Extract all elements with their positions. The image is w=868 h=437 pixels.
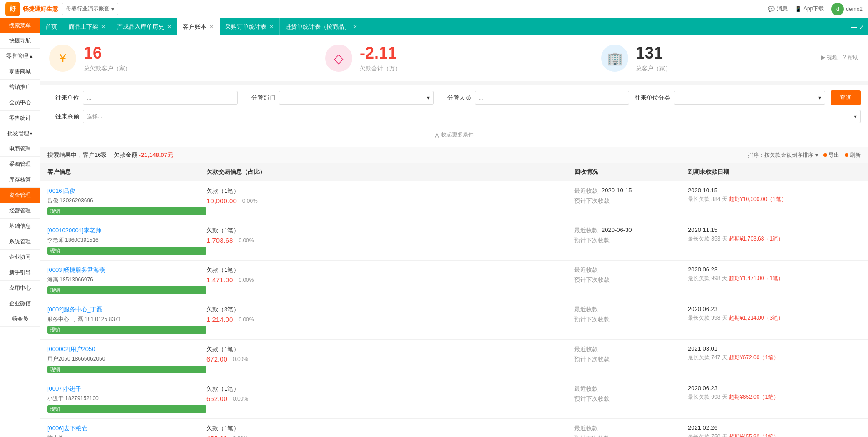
tab-close-icon[interactable]: ✕ [269,24,274,30]
tab-close-icon[interactable]: ✕ [353,24,357,30]
stat-debt-customers-label: 总欠款客户（家） [84,65,131,73]
tab-minimize-icon[interactable]: — [851,23,857,30]
sidebar-item-retail-mall[interactable]: 零售商城 [0,64,40,80]
next-payment-label: 预计下次收款 [574,316,610,324]
sidebar-item-collab[interactable]: 企业协同 [0,250,40,265]
tab-incoming-stats[interactable]: 进货单统计表（按商品） ✕ [280,18,363,35]
balance-select[interactable]: 选择... ▾ [83,110,861,123]
overdue-amount-link[interactable]: 超期¥1,471.00（1笔） [729,275,783,281]
overdue-date: 2020.06.23 [688,266,861,273]
customer-name-link[interactable]: [0007]小进干 [47,385,206,393]
customer-name-link[interactable]: [0001020001]李老师 [47,226,206,235]
sidebar-item-operations[interactable]: 经营管理 [0,203,40,219]
tab-close-icon[interactable]: ✕ [101,24,105,30]
help-link[interactable]: ? 帮助 [843,54,858,61]
customer-name-link[interactable]: [0003]畅捷服务尹海燕 [47,266,206,274]
from-unit-input[interactable]: ... [83,91,238,105]
tab-expand-icon[interactable]: ⤢ [859,23,864,30]
filter-from-unit: 往来单位 ... [47,91,238,105]
stat-total-customers-label: 总客户（家） [636,65,671,73]
overdue-amount-link[interactable]: 超期¥652.00（1笔） [729,394,779,400]
sidebar-item-member-center[interactable]: 会员中心 [0,95,40,111]
sidebar-item-quick-nav[interactable]: 快捷导航 [0,33,40,49]
balance-label: 往来余额 [47,112,79,121]
customer-name-link[interactable]: [0006]去下粮仓 [47,424,206,432]
export-btn[interactable]: 导出 [823,151,839,159]
department-label: 分管部门 [243,94,275,102]
tab-purchase-stats[interactable]: 采购订单统计表 ✕ [220,18,280,35]
app-download-btn[interactable]: 📱 App下载 [795,5,824,13]
total-debt-icon: ◇ [325,45,352,72]
sidebar-item-enterprise-wechat[interactable]: 企业微信 [0,296,40,311]
sidebar-item-wholesale-mgmt[interactable]: 批发管理 ▾ [0,126,40,141]
video-link[interactable]: ▶ 视频 [821,54,838,61]
tab-close-icon[interactable]: ✕ [209,24,214,30]
overdue-amount-link[interactable]: 超期¥455.90（1笔） [729,433,779,437]
overdue-amount-link[interactable]: 超期¥1,214.00（3笔） [729,315,783,321]
filter-unit-type: 往来单位分类 ▾ [635,91,825,105]
sidebar-item-marketing[interactable]: 营销推广 [0,80,40,95]
customer-name-link[interactable]: [000002]用户2050 [47,345,206,353]
customer-info-cell: [0002]服务中心_丁磊 服务中心_丁磊 181 0125 8371 现销 [47,306,206,334]
overdue-days: 最长欠款 750 天 超期¥455.90（1笔） [688,433,861,437]
overdue-amount-link[interactable]: 超期¥1,703.68（1笔） [729,236,783,242]
overdue-amount-link[interactable]: 超期¥10,000.00（1笔） [729,196,787,202]
sidebar-search[interactable]: 搜索菜单 [0,18,40,33]
refresh-btn[interactable]: 刷新 [845,151,861,159]
store-select[interactable]: 母婴行业演示账套 ▾ [62,3,118,15]
status-badge: 现销 [47,247,206,255]
overdue-days: 最长欠款 998 天 超期¥652.00（1笔） [688,393,861,401]
sidebar-item-system[interactable]: 系统管理 [0,234,40,250]
filter-department: 分管部门 ▾ [243,91,434,105]
debt-percent: 0.00% [238,237,254,244]
next-payment-label: 预计下次收款 [574,236,610,245]
user-avatar-area[interactable]: d demo2 [831,3,863,15]
sidebar-item-basic-info[interactable]: 基础信息 [0,219,40,234]
collapse-btn[interactable]: ⋀ 收起更多条件 [47,128,861,141]
sidebar-item-purchase[interactable]: 采购管理 [0,157,40,172]
person-label: 分管人员 [439,94,471,102]
recovery-info-cell: 最近收款 预计下次收款 [574,385,688,403]
person-input[interactable]: ... [475,91,630,105]
debt-amount: 10,000.00 [206,197,237,205]
overdue-amount-link[interactable]: 超期¥672.00（1笔） [729,354,779,361]
table-row: [0007]小进干 小进干 18279152100 现销 欠款（1笔） 652.… [40,379,868,419]
chevron-down-icon: ▾ [111,6,114,12]
next-payment-label: 预计下次收款 [574,276,610,284]
sidebar-item-retail-stats[interactable]: 零售统计 [0,111,40,126]
sidebar-item-finance[interactable]: 资金管理 [0,188,40,203]
customer-name-link[interactable]: [0002]服务中心_丁磊 [47,306,206,314]
sidebar-item-ecommerce[interactable]: 电商管理 [0,141,40,157]
table-header: 客户信息 欠款交易信息（占比） 回收情况 到期未收款日期 [40,163,868,181]
customer-phone: 用户2050 18665062050 [47,355,206,363]
refresh-icon [845,153,848,157]
sidebar-item-app-center[interactable]: 应用中心 [0,281,40,296]
overdue-days: 最长欠款 884 天 超期¥10,000.00（1笔） [688,196,861,203]
search-button[interactable]: 查询 [831,90,861,105]
department-select[interactable]: ▾ [279,91,434,105]
overdue-info-cell: 2020.06.23 最长欠款 998 天 超期¥652.00（1笔） [688,385,861,401]
overdue-date: 2021.03.01 [688,345,861,352]
recovery-info-cell: 最近收款 2020-10-15 预计下次收款 [574,187,688,205]
tab-product-listing[interactable]: 商品上下架 ✕ [63,18,111,35]
tab-product-history[interactable]: 产成品入库单历史 ✕ [111,18,177,35]
chevron-down-icon: ▾ [815,152,818,158]
video-icon: ▶ [821,54,825,60]
recovery-info-cell: 最近收款 预计下次收款 [574,266,688,284]
tab-home[interactable]: 首页 [40,18,63,35]
overdue-days: 最长欠款 747 天 超期¥672.00（1笔） [688,354,861,362]
tab-close-icon[interactable]: ✕ [167,24,171,30]
sidebar-item-guide[interactable]: 新手引导 [0,265,40,281]
sidebar-item-member[interactable]: 畅会员 [0,311,40,327]
debt-icon: ¥ [49,45,76,72]
sidebar-item-inventory[interactable]: 库存核算 [0,172,40,188]
tab-customer-account[interactable]: 客户账本 ✕ [177,18,220,35]
next-payment-label: 预计下次收款 [574,355,610,363]
customer-name-link[interactable]: [0016]吕俊 [47,187,206,195]
sort-select[interactable]: 排序：按欠款金额倒序排序 ▾ [748,151,818,159]
col-overdue: 到期未收款日期 [688,168,861,176]
sidebar-item-retail-mgmt[interactable]: 零售管理 ▲ [0,49,40,64]
message-btn[interactable]: 💬 消息 [768,5,788,13]
debt-info-cell: 欠款（1笔） 455.90 0.00% [206,424,574,437]
unit-type-select[interactable]: ▾ [674,91,825,105]
